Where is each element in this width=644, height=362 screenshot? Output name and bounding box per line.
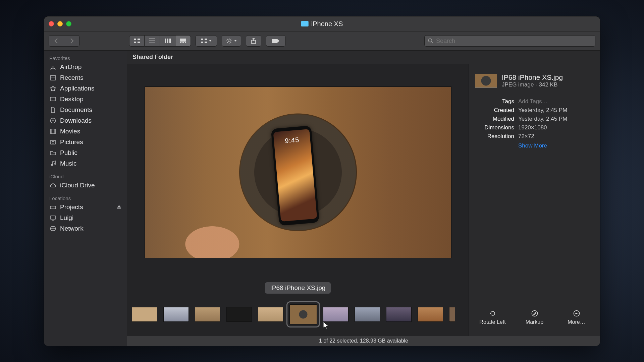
created-label: Created — [476, 107, 514, 114]
inspector-filename: IP68 iPhone XS.jpg — [502, 73, 563, 81]
thumbnail[interactable] — [226, 307, 252, 322]
sidebar-item-luigi[interactable]: Luigi — [44, 213, 127, 223]
close-button[interactable] — [49, 21, 54, 26]
markup-icon — [531, 310, 538, 317]
view-mode-segment — [129, 35, 191, 47]
rotate-left-button[interactable]: Rotate Left — [474, 310, 511, 325]
svg-rect-6 — [149, 43, 155, 43]
sidebar-item-projects[interactable]: Projects — [44, 202, 127, 213]
modified-value: Yesterday, 2:45 PM — [518, 116, 593, 122]
svg-point-50 — [576, 313, 577, 314]
markup-button[interactable]: Markup — [516, 310, 553, 325]
thumbnail[interactable] — [163, 307, 189, 322]
svg-rect-2 — [134, 42, 136, 43]
chevron-left-icon — [54, 38, 58, 44]
thumbnail[interactable] — [258, 307, 283, 322]
svg-point-49 — [575, 313, 576, 314]
thumbnail-selected[interactable] — [289, 304, 317, 324]
thumbnail[interactable] — [449, 307, 455, 322]
sidebar-item-desktop[interactable]: Desktop — [44, 94, 127, 105]
svg-point-40 — [52, 141, 54, 143]
action-menu-button[interactable] — [222, 35, 241, 47]
thumbnail[interactable] — [132, 307, 157, 322]
column-view-button[interactable] — [160, 35, 175, 47]
group-by-button[interactable] — [196, 35, 217, 47]
svg-rect-36 — [51, 129, 55, 134]
inspector-thumbnail — [475, 74, 497, 88]
svg-rect-13 — [185, 42, 186, 43]
thumbnail-strip[interactable] — [127, 296, 469, 336]
thumbnail[interactable] — [323, 307, 348, 322]
sidebar-item-music[interactable]: Music — [44, 158, 127, 169]
svg-rect-34 — [50, 97, 56, 101]
list-icon — [149, 39, 155, 43]
drive-icon — [49, 203, 57, 211]
show-more-link[interactable]: Show More — [469, 140, 600, 149]
search-input[interactable] — [436, 38, 592, 45]
svg-rect-10 — [180, 39, 186, 42]
preview-phone: 9:45 — [271, 125, 319, 226]
svg-rect-39 — [50, 140, 56, 144]
search-icon — [428, 38, 433, 44]
svg-line-26 — [227, 42, 228, 43]
svg-rect-9 — [169, 39, 171, 43]
svg-line-23 — [227, 39, 228, 40]
svg-line-30 — [432, 42, 433, 44]
sidebar-item-documents[interactable]: Documents — [44, 105, 127, 115]
thumbnail[interactable] — [386, 307, 412, 322]
sidebar-item-applications[interactable]: Applications — [44, 83, 127, 94]
icon-view-button[interactable] — [129, 35, 145, 47]
tags-button[interactable] — [266, 35, 285, 47]
sidebar-item-recents[interactable]: Recents — [44, 72, 127, 83]
dimensions-label: Dimensions — [476, 124, 514, 131]
sidebar-item-network[interactable]: Network — [44, 223, 127, 234]
folder-icon — [49, 149, 57, 157]
window-title-text: iPhone XS — [311, 20, 343, 28]
sidebar-item-public[interactable]: Public — [44, 147, 127, 158]
minimize-button[interactable] — [57, 21, 63, 26]
sidebar-section-icloud: iCloud — [44, 172, 127, 180]
preview-image[interactable]: 9:45 — [145, 86, 451, 258]
share-button[interactable] — [246, 35, 261, 47]
svg-point-51 — [577, 313, 578, 314]
folder-icon — [301, 21, 309, 26]
search-field[interactable] — [424, 35, 595, 47]
svg-point-18 — [228, 40, 230, 42]
tag-icon — [271, 38, 280, 44]
movies-icon — [49, 128, 57, 135]
eject-icon[interactable] — [117, 205, 121, 209]
list-view-button[interactable] — [145, 35, 160, 47]
thumbnail[interactable] — [355, 307, 380, 322]
titlebar: iPhone XS — [44, 16, 600, 32]
gear-icon — [226, 38, 232, 44]
gallery-icon — [180, 39, 186, 43]
svg-rect-12 — [182, 42, 184, 43]
window-controls — [44, 21, 71, 26]
computer-icon — [49, 214, 57, 222]
back-button[interactable] — [49, 35, 64, 47]
svg-point-29 — [429, 39, 432, 42]
finder-window: iPhone XS — [44, 16, 600, 346]
documents-icon — [49, 106, 57, 114]
thumbnail[interactable] — [195, 307, 220, 322]
sidebar-item-airdrop[interactable]: AirDrop — [44, 62, 127, 72]
quick-actions: Rotate Left Markup More… — [469, 306, 600, 336]
tags-field[interactable]: Add Tags… — [518, 98, 593, 105]
more-actions-button[interactable]: More… — [558, 310, 595, 325]
airdrop-icon — [49, 63, 57, 71]
share-icon — [251, 38, 256, 44]
gallery-view-button[interactable] — [175, 35, 191, 47]
sidebar-item-pictures[interactable]: Pictures — [44, 137, 127, 147]
sidebar-item-downloads[interactable]: Downloads — [44, 115, 127, 126]
sidebar-item-icloud-drive[interactable]: iCloud Drive — [44, 180, 127, 191]
thumbnail[interactable] — [418, 307, 443, 322]
created-value: Yesterday, 2:45 PM — [518, 107, 593, 114]
svg-rect-16 — [201, 42, 203, 43]
zoom-button[interactable] — [66, 21, 71, 26]
selected-file-tooltip: IP68 iPhone XS.jpg — [265, 282, 331, 294]
status-bar: 1 of 22 selected, 128.93 GB available — [127, 336, 600, 346]
forward-button[interactable] — [64, 35, 79, 47]
sidebar-item-movies[interactable]: Movies — [44, 126, 127, 137]
more-icon — [573, 310, 580, 317]
svg-rect-7 — [165, 39, 166, 43]
